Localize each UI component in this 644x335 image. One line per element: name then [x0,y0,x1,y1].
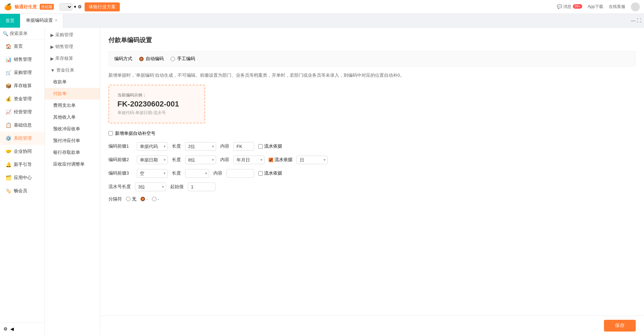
sidebar-item-home[interactable]: 🏠 首页 [0,40,45,53]
prefix2-label: 编码前缀2 [108,157,133,163]
manual-encode-radio[interactable] [171,57,175,61]
tab-home[interactable]: 首页 [0,14,20,28]
prefix2-length-select[interactable]: 8位 [185,156,216,164]
sidebar-settings-icon[interactable]: ⚙ [3,326,8,332]
prefix1-content-input[interactable] [233,142,254,151]
settings-icon[interactable]: ⚙ [78,4,82,9]
mid-nav-group-capital-title[interactable]: ▼ 资金往来 [45,64,100,76]
arrow-right-icon2: ▶ [50,44,54,49]
sep-dot[interactable]: · [141,196,148,202]
minimize-icon[interactable]: — [631,18,635,23]
online-service-link[interactable]: 在线客服 [609,4,625,10]
prefix2-watermark-checkbox[interactable] [269,158,273,162]
home-icon: 🏠 [6,44,11,49]
sidebar-collapse-icon[interactable]: ◀ [10,326,14,332]
prefix1-watermark-checkbox[interactable] [258,144,263,149]
main-layout: 🔍 搜索菜单 🏠 首页 📊 销售管理 🛒 采购管理 📦 库存核算 💰 资金管理 … [0,28,644,335]
auto-fill-row: 新增单据自动补空号 [108,130,636,137]
save-button[interactable]: 保存 [604,320,636,332]
sidebar-item-cooperation[interactable]: 🤝 企业协同 [0,145,45,158]
fullscreen-icon[interactable]: ⛶ [637,18,641,23]
sidebar-item-capital[interactable]: 💰 资金管理 [0,92,45,105]
message-link[interactable]: 💬 消息 99+ [557,4,582,10]
page-content: 付款单编码设置 编码方式 自动编码 手工编码 新增单据时，'单据编码'自动生成，… [100,28,644,215]
prefix1-label: 编码前缀1 [108,143,133,149]
sidebar-item-app[interactable]: 🗂️ 应用中心 [0,171,45,184]
prefix2-length-label: 长度 [172,157,181,163]
auto-fill-checkbox[interactable] [108,131,113,136]
manual-encode-option[interactable]: 手工编码 [171,56,195,62]
auto-encode-option[interactable]: 自动编码 [139,56,164,62]
prefix2-select[interactable]: 单据日期 [137,156,168,164]
prefix1-content-label: 内容 [220,143,229,149]
tab-encode-settings[interactable]: 单据编码设置 × [20,14,63,28]
mid-nav-item-payment[interactable]: 付款单 [45,88,100,100]
message-badge: 99+ [573,4,582,9]
operations-icon: 📈 [6,109,11,115]
app-name: 畅通好生意 [15,4,37,10]
user-avatar[interactable] [631,2,640,11]
mid-nav-group-inventory-title[interactable]: ▶ 库存核算 [45,53,100,64]
prefix2-content-select[interactable]: 年月日 [233,156,265,164]
mid-nav-item-other-income[interactable]: 其他收入单 [45,111,100,123]
sep-dash-radio[interactable] [152,197,156,201]
serial-length-select[interactable]: 3位 [135,183,166,191]
prefix1-select[interactable]: 单据代码 [137,142,168,151]
prefix3-length-select[interactable] [185,169,209,178]
mid-nav-item-expense[interactable]: 费用支出单 [45,100,100,111]
app-download-link[interactable]: App下载 [588,4,603,10]
prefix3-select-wrap: 空 [137,169,168,178]
preview-desc: 单据代码-单据日期-流水号 [117,110,196,116]
sidebar-item-purchase[interactable]: 🛒 采购管理 [0,66,45,79]
sidebar-item-member[interactable]: 🏷️ 畅会员 [0,184,45,197]
mid-nav-item-adjust[interactable]: 应收应付调整单 [45,158,100,170]
prefix2-row: 编码前缀2 单据日期 长度 8位 内容 [108,156,636,164]
sidebar-search[interactable]: 🔍 搜索菜单 [0,28,45,40]
content-wrapper: 付款单编码设置 编码方式 自动编码 手工编码 新增单据时，'单据编码'自动生成，… [100,28,644,335]
sidebar-item-guide[interactable]: 🔔 新手引导 [0,158,45,171]
sep-dash[interactable]: · [152,196,159,202]
sep-dot-radio[interactable] [141,197,145,201]
trial-button[interactable]: 体验行业方案 [85,2,120,11]
sep-none[interactable]: 无 [126,196,136,202]
prefix3-select[interactable]: 空 [137,169,168,178]
company-selector[interactable] [59,3,73,11]
prefix3-watermark-checkbox[interactable] [258,171,263,176]
prefix1-length-select[interactable]: 2位 [185,142,216,151]
sidebar-item-inventory[interactable]: 📦 库存核算 [0,79,45,92]
sidebar-bottom: ⚙ ◀ [0,323,45,335]
prefix3-row: 编码前缀3 空 长度 内容 [108,169,636,178]
sep-none-radio[interactable] [126,197,131,201]
cooperation-icon: 🤝 [6,149,11,154]
arrow-right-icon3: ▶ [50,56,54,61]
serial-start-label: 起始值 [170,184,184,190]
auto-fill-label: 新增单据自动补空号 [115,130,155,137]
prefix3-content-input[interactable] [227,169,254,178]
mid-nav-group-purchase-title[interactable]: ▶ 采购管理 [45,29,100,41]
serial-start-input[interactable] [188,183,215,191]
mid-nav-item-receipt[interactable]: 收款单 [45,76,100,88]
capital-icon: 💰 [6,96,11,102]
purchase-icon: 🛒 [6,70,11,75]
mid-nav-group-inventory: ▶ 库存核算 [45,53,100,64]
mid-nav-group-sales-title[interactable]: ▶ 销售管理 [45,41,100,53]
tab-close-icon[interactable]: × [55,18,57,23]
auto-encode-radio[interactable] [139,57,144,61]
mid-nav-item-prepay-offset[interactable]: 预收冲应收单 [45,123,100,135]
prefix2-day-wrap: 日 [297,156,328,164]
search-icon: 🔍 [3,31,8,36]
sidebar-item-operations[interactable]: 📈 经营管理 [0,105,45,119]
sidebar-item-sales[interactable]: 📊 销售管理 [0,53,45,66]
prefix3-content-label: 内容 [213,170,222,176]
prefix2-day-select[interactable]: 日 [297,156,328,164]
prefix1-length-label: 长度 [172,143,181,149]
prefix1-length-wrap: 2位 [185,142,216,151]
prefix2-select-wrap: 单据日期 [137,156,168,164]
sidebar-item-system[interactable]: ⚙️ 系统管理 [0,132,45,145]
sidebar-item-basic[interactable]: 📋 基础信息 [0,119,45,132]
page-title: 付款单编码设置 [108,36,636,44]
prefix3-length-wrap [185,169,209,178]
mid-nav-item-advance-offset[interactable]: 预付冲应付单 [45,135,100,147]
mid-nav-item-bank[interactable]: 银行存取款单 [45,147,100,158]
prefix1-watermark-check: 流水依据 [258,143,282,149]
